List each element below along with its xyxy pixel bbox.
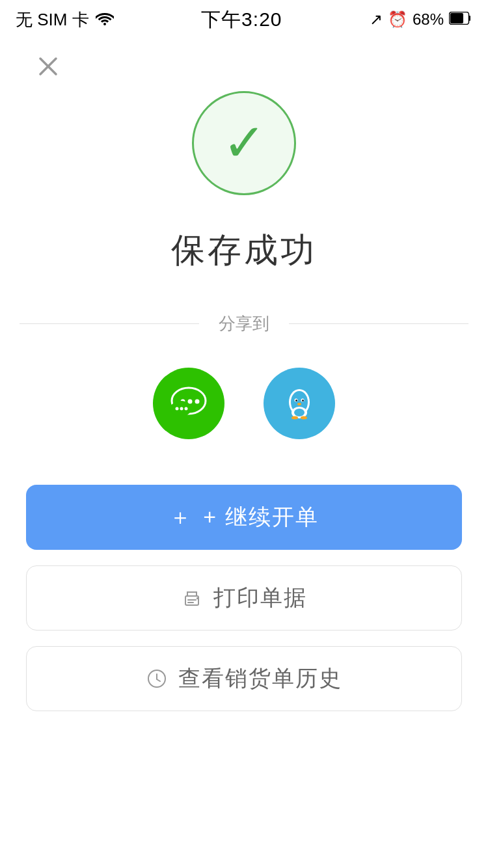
battery-text: 68%	[413, 10, 444, 29]
svg-rect-26	[197, 597, 198, 599]
share-label: 分享到	[219, 312, 269, 335]
share-section: 分享到	[0, 312, 488, 335]
status-bar: 无 SIM 卡 下午3:20 ↗ ⏰ 68%	[0, 0, 488, 39]
svg-point-11	[185, 407, 188, 411]
history-label: 查看销货单历史	[178, 664, 342, 694]
success-title: 保存成功	[171, 228, 317, 273]
plus-icon: ＋	[169, 502, 193, 532]
svg-point-16	[295, 400, 297, 401]
svg-rect-24	[187, 599, 197, 601]
success-circle: ✓	[192, 91, 296, 195]
action-buttons: ＋ + 继续开单 打印单据	[0, 485, 488, 711]
close-button[interactable]	[29, 47, 68, 86]
svg-point-6	[188, 400, 193, 404]
svg-point-20	[294, 409, 305, 416]
qq-icon	[278, 383, 320, 424]
wechat-share-button[interactable]	[153, 368, 224, 439]
continue-button[interactable]: ＋ + 继续开单	[26, 485, 462, 550]
wechat-icon	[168, 383, 210, 424]
svg-point-10	[180, 407, 183, 411]
svg-point-9	[176, 407, 179, 411]
status-time: 下午3:20	[201, 7, 282, 33]
history-button[interactable]: 查看销货单历史	[26, 646, 462, 711]
main-content: ✓ 保存成功 分享到	[0, 39, 488, 711]
wifi-icon	[96, 10, 114, 30]
status-right: ↗ ⏰ 68%	[370, 10, 472, 29]
battery-icon	[449, 10, 472, 29]
left-divider	[20, 323, 199, 324]
clock-icon	[146, 668, 168, 690]
svg-point-17	[302, 400, 304, 401]
svg-rect-1	[450, 13, 463, 23]
alarm-icon: ⏰	[388, 10, 407, 29]
status-left: 无 SIM 卡	[16, 8, 114, 31]
print-button[interactable]: 打印单据	[26, 565, 462, 631]
svg-point-7	[195, 400, 200, 404]
svg-point-18	[297, 403, 301, 405]
checkmark-icon: ✓	[223, 117, 266, 169]
svg-point-21	[291, 416, 298, 420]
share-icons	[153, 368, 335, 439]
no-sim-text: 无 SIM 卡	[16, 8, 89, 31]
continue-label: + 继续开单	[203, 502, 318, 532]
svg-point-22	[301, 416, 307, 420]
svg-rect-25	[187, 602, 194, 603]
printer-icon	[181, 587, 203, 609]
print-label: 打印单据	[213, 583, 307, 613]
qq-share-button[interactable]	[264, 368, 335, 439]
location-icon: ↗	[370, 10, 383, 29]
right-divider	[289, 323, 468, 324]
